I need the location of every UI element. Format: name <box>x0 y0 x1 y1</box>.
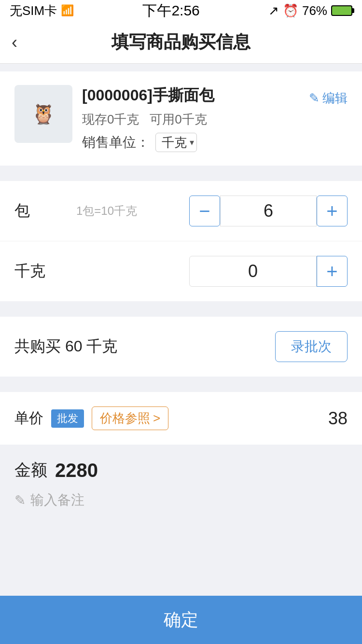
price-row: 单价 批发 价格参照 > 38 <box>14 406 348 430</box>
back-button[interactable]: ‹ <box>12 32 17 53</box>
status-left: 无SIM卡 📶 <box>10 2 74 19</box>
package-increment-btn[interactable]: + <box>317 196 348 226</box>
package-row: 包 1包=10千克 − + <box>0 181 362 241</box>
kg-increment-btn[interactable]: + <box>317 256 348 287</box>
edit-link[interactable]: ✎ 编辑 <box>309 90 348 107</box>
package-qty-input[interactable] <box>220 196 317 226</box>
price-badge: 批发 <box>51 409 84 428</box>
kg-row: 千克 + <box>0 241 362 301</box>
record-batch-btn[interactable]: 录批次 <box>275 331 348 362</box>
pencil-icon: ✎ <box>14 492 26 508</box>
wifi-icon: 📶 <box>61 4 74 17</box>
product-name: [0000006]手撕面包 <box>82 85 348 106</box>
price-label: 单价 <box>14 408 43 428</box>
kg-qty-controls: + <box>189 256 348 287</box>
note-placeholder[interactable]: 输入备注 <box>30 491 84 509</box>
price-ref-chevron: > <box>153 411 160 426</box>
input-section: 包 1包=10千克 − + 千克 + <box>0 181 362 301</box>
price-value: 38 <box>328 408 348 429</box>
summary-section: 共购买 60 千克 录批次 <box>0 317 362 377</box>
package-qty-controls: − + <box>189 196 348 226</box>
amount-value: 2280 <box>55 460 98 481</box>
product-card: 🦉 [0000006]手撕面包 现存0千克 可用0千克 销售单位： 千克 ✎ <box>0 71 362 166</box>
product-thumb-icon: 🦉 <box>31 103 56 126</box>
summary-text: 共购买 60 千克 <box>14 336 117 357</box>
product-thumbnail: 🦉 <box>14 85 72 143</box>
unit-select-wrapper[interactable]: 千克 <box>155 133 197 152</box>
product-stock: 现存0千克 可用0千克 <box>82 111 348 128</box>
kg-qty-input[interactable] <box>189 256 317 287</box>
nav-bar: ‹ 填写商品购买信息 <box>0 21 362 64</box>
amount-row: 金额 2280 <box>14 459 348 481</box>
location-icon: ↗ <box>268 3 279 18</box>
price-ref-btn[interactable]: 价格参照 > <box>92 406 168 430</box>
carrier-label: 无SIM卡 <box>10 2 57 19</box>
package-decrement-btn[interactable]: − <box>189 196 220 226</box>
edit-icon: ✎ <box>309 91 320 106</box>
note-row[interactable]: ✎ 输入备注 <box>14 491 348 509</box>
kg-label: 千克 <box>14 261 72 282</box>
package-sublabel: 1包=10千克 <box>76 203 189 219</box>
amount-section: 金额 2280 ✎ 输入备注 <box>0 445 362 524</box>
package-label: 包 <box>14 200 72 222</box>
product-unit-row: 销售单位： 千克 <box>82 133 348 152</box>
status-bar: 无SIM卡 📶 下午2:56 ↗ ⏰ 76% <box>0 0 362 21</box>
status-time: 下午2:56 <box>142 1 199 21</box>
alarm-icon: ⏰ <box>283 3 298 18</box>
unit-select[interactable]: 千克 <box>155 133 197 152</box>
page-title: 填写商品购买信息 <box>111 30 251 54</box>
battery-label: 76% <box>302 3 327 18</box>
price-section: 单价 批发 价格参照 > 38 <box>0 392 362 445</box>
product-info: [0000006]手撕面包 现存0千克 可用0千克 销售单位： 千克 <box>82 85 348 152</box>
battery-icon <box>331 5 352 16</box>
status-right: ↗ ⏰ 76% <box>268 3 352 18</box>
confirm-button[interactable]: 确定 <box>0 596 362 644</box>
